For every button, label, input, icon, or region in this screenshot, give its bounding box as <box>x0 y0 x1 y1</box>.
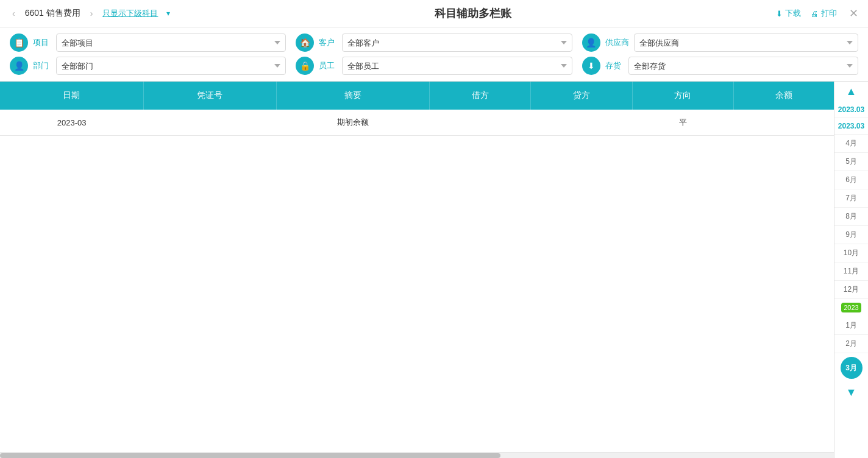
supplier-label: 供应商 <box>605 37 629 48</box>
side-item-nov[interactable]: 11月 <box>834 262 868 281</box>
side-down-arrow[interactable]: ▼ <box>834 382 868 403</box>
side-item-2023-03-top[interactable]: 2023.03 <box>834 102 868 118</box>
side-item-sep[interactable]: 9月 <box>834 226 868 244</box>
horizontal-scrollbar[interactable] <box>0 452 834 458</box>
cell-date: 2023-03 <box>0 110 143 136</box>
project-filter: 📋 项目 全部项目 <box>10 33 286 52</box>
employee-filter: 🔒 员工 全部员工 <box>296 57 572 75</box>
side-up-arrow[interactable]: ▲ <box>834 82 868 102</box>
side-item-jun[interactable]: 6月 <box>834 171 868 189</box>
print-label: 打印 <box>821 8 837 19</box>
account-name-text: 销售费用 <box>46 8 80 18</box>
col-debit: 借方 <box>430 82 531 110</box>
download-icon: ⬇ <box>776 9 783 18</box>
cell-balance <box>734 110 834 136</box>
table-header-row: 日期 凭证号 摘要 借方 贷方 方向 余额 <box>0 82 834 110</box>
inventory-select[interactable]: 全部存货 <box>628 57 858 75</box>
department-filter: 👤 部门 全部部门 <box>10 57 286 75</box>
supplier-select[interactable]: 全部供应商 <box>634 33 858 52</box>
page-title: 科目辅助多栏账 <box>177 6 769 21</box>
account-code: 6601 <box>25 8 44 18</box>
filter-bar: 📋 项目 全部项目 🏠 客户 全部客户 👤 供应商 全部供应商 👤 部门 <box>0 27 868 82</box>
supplier-icon: 👤 <box>582 33 600 52</box>
print-icon: 🖨 <box>811 9 819 18</box>
employee-label: 员工 <box>319 60 337 71</box>
print-button[interactable]: 🖨 打印 <box>811 8 837 19</box>
main-window: ‹ 6601 销售费用 › 只显示下级科目 ▾ 科目辅助多栏账 ⬇ 下载 🖨 打… <box>0 0 868 458</box>
col-date: 日期 <box>0 82 143 110</box>
nav-next-button[interactable]: › <box>88 7 96 19</box>
side-item-feb[interactable]: 2月 <box>834 335 868 353</box>
cell-summary: 期初余额 <box>276 110 429 136</box>
show-sub-dropdown-icon[interactable]: ▾ <box>166 9 170 18</box>
col-summary: 摘要 <box>276 82 429 110</box>
department-label: 部门 <box>33 60 51 71</box>
side-item-jul[interactable]: 7月 <box>834 189 868 208</box>
cell-credit <box>531 110 632 136</box>
show-sub-label[interactable]: 只显示下级科目 <box>102 8 158 19</box>
inventory-label: 存货 <box>605 60 624 71</box>
nav-prev-button[interactable]: ‹ <box>10 7 18 19</box>
project-icon: 📋 <box>10 33 28 52</box>
col-voucher: 凭证号 <box>143 82 276 110</box>
scrollbar-thumb[interactable] <box>0 453 500 458</box>
cell-debit <box>430 110 531 136</box>
employee-select[interactable]: 全部员工 <box>342 57 572 75</box>
side-item-mar-active[interactable]: 3月 <box>841 357 863 379</box>
department-icon: 👤 <box>10 57 28 75</box>
download-button[interactable]: ⬇ 下载 <box>776 8 801 19</box>
department-select[interactable]: 全部部门 <box>56 57 286 75</box>
inventory-icon: ⬇ <box>582 57 600 75</box>
account-name: 6601 销售费用 <box>25 8 80 19</box>
customer-icon: 🏠 <box>296 33 314 52</box>
employee-icon: 🔒 <box>296 57 314 75</box>
active-month-container: 3月 <box>841 353 863 382</box>
side-item-oct[interactable]: 10月 <box>834 244 868 262</box>
side-item-2023-03-2[interactable]: 2023.03 <box>834 118 868 135</box>
cell-direction: 平 <box>632 110 733 136</box>
project-select[interactable]: 全部项目 <box>56 33 286 52</box>
side-item-may[interactable]: 5月 <box>834 153 868 171</box>
col-credit: 贷方 <box>531 82 632 110</box>
table-row: 2023-03期初余额平 <box>0 110 834 136</box>
customer-filter: 🏠 客户 全部客户 <box>296 33 572 52</box>
project-label: 项目 <box>33 37 51 48</box>
action-buttons: ⬇ 下载 🖨 打印 <box>776 8 837 19</box>
cell-voucher <box>143 110 276 136</box>
table-area: 日期 凭证号 摘要 借方 贷方 方向 余额 2023-03期初余额平 <box>0 82 834 458</box>
year-badge-container: 2023 <box>841 299 861 317</box>
top-bar: ‹ 6601 销售费用 › 只显示下级科目 ▾ 科目辅助多栏账 ⬇ 下载 🖨 打… <box>0 0 868 27</box>
supplier-filter: 👤 供应商 全部供应商 <box>582 33 858 52</box>
inventory-filter: ⬇ 存货 全部存货 <box>582 57 858 75</box>
download-label: 下载 <box>785 8 801 19</box>
side-item-jan[interactable]: 1月 <box>834 317 868 335</box>
customer-select[interactable]: 全部客户 <box>342 33 572 52</box>
col-balance: 余额 <box>734 82 834 110</box>
side-item-apr[interactable]: 4月 <box>834 135 868 153</box>
col-direction: 方向 <box>632 82 733 110</box>
side-item-aug[interactable]: 8月 <box>834 208 868 226</box>
side-item-dec[interactable]: 12月 <box>834 281 868 299</box>
side-panel: ▲ 2023.03 2023.03 4月 5月 6月 7月 8月 9月 10月 … <box>834 82 868 458</box>
data-table: 日期 凭证号 摘要 借方 贷方 方向 余额 2023-03期初余额平 <box>0 82 834 136</box>
year-badge: 2023 <box>841 303 861 313</box>
close-button[interactable]: ✕ <box>849 7 858 20</box>
main-content: 日期 凭证号 摘要 借方 贷方 方向 余额 2023-03期初余额平 <box>0 82 868 458</box>
customer-label: 客户 <box>319 37 337 48</box>
